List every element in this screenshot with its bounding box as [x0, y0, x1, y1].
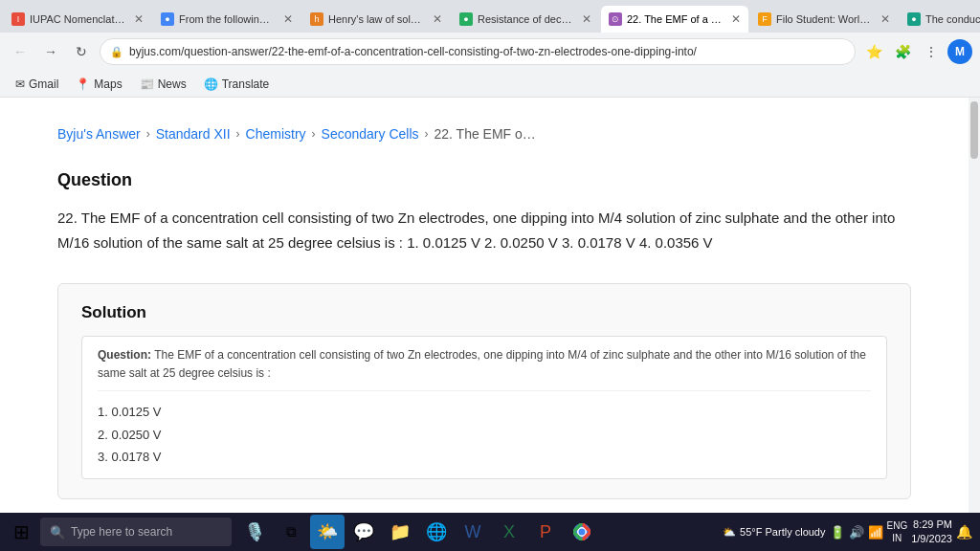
tab-resistance-favicon: ● [459, 12, 473, 26]
solution-option-2: 2. 0.0250 V [98, 424, 871, 446]
settings-button[interactable]: ⋮ [919, 39, 944, 64]
profile-button[interactable]: M [947, 39, 972, 64]
tab-filo-favicon: F [758, 12, 771, 26]
tab-iupac-favicon: I [11, 12, 25, 26]
taskbar-cortana[interactable]: 🎙️ [237, 515, 272, 549]
scrollbar-thumb[interactable] [970, 101, 978, 159]
extensions2-button[interactable]: 🧩 [890, 39, 915, 64]
tab-following-label: From the following c… [179, 13, 275, 25]
bookmarks-bar: ✉Gmail📍Maps📰News🌐Translate [0, 71, 980, 98]
tab-filo-label: Filo Student: World's [776, 13, 872, 25]
tab-conductivity[interactable]: ● The conductivity of s… ✕ [900, 6, 980, 33]
system-tray: 🔋 🔊 📶 [830, 525, 883, 540]
breadcrumb-standard[interactable]: Standard XII [156, 126, 231, 142]
windows-start-button[interactable]: ⊞ [4, 515, 38, 549]
tab-henry-favicon: h [310, 12, 323, 26]
breadcrumb-byjus[interactable]: Byju's Answer [57, 126, 141, 142]
breadcrumb-secondary-cells[interactable]: Secondary Cells [322, 126, 419, 142]
taskbar-search[interactable]: 🔍 [40, 518, 232, 546]
battery-icon: 🔋 [830, 525, 845, 540]
tab-henry-label: Henry's law of solubi… [328, 13, 424, 25]
taskbar-search-input[interactable] [71, 525, 222, 539]
tab-iupac[interactable]: I IUPAC Nomenclature ✕ [4, 6, 151, 33]
bm-news[interactable]: 📰News [132, 76, 194, 93]
url-bar[interactable]: 🔒 byjus.com/question-answer/22-the-emf-o… [100, 38, 856, 65]
solution-inner-question: Question: The EMF of a concentration cel… [98, 346, 871, 391]
weather-icon: ⛅ [723, 526, 736, 539]
bm-gmail-label: Gmail [29, 77, 58, 91]
solution-option-3: 3. 0.0178 V [98, 446, 871, 468]
tab-conductivity-label: The conductivity of s… [925, 13, 980, 25]
bm-news-icon: 📰 [140, 77, 154, 91]
page-content: Byju's Answer › Standard XII › Chemistry… [0, 98, 980, 551]
svg-point-2 [579, 529, 586, 536]
tab-following-close[interactable]: ✕ [283, 12, 293, 26]
address-bar: ← → ↻ 🔒 byjus.com/question-answer/22-the… [0, 33, 980, 71]
solution-option-1: 1. 0.0125 V [98, 401, 871, 423]
tab-resistance-close[interactable]: ✕ [582, 12, 591, 26]
taskbar-excel[interactable]: X [492, 515, 526, 549]
extensions-button[interactable]: ⭐ [861, 39, 886, 64]
tab-following-favicon: ● [161, 12, 174, 26]
bm-translate[interactable]: 🌐Translate [196, 76, 278, 93]
tab-filo-close[interactable]: ✕ [880, 12, 890, 26]
taskbar-chat[interactable]: 💬 [346, 515, 381, 549]
lock-icon: 🔒 [110, 46, 123, 58]
taskbar-icon-group: 🎙️ ⧉ 🌤️ 💬 📁 🌐 W X P [237, 515, 599, 549]
tab-bar: I IUPAC Nomenclature ✕ ● From the follow… [0, 0, 980, 33]
scrollbar[interactable] [969, 98, 980, 551]
taskbar: ⊞ 🔍 🎙️ ⧉ 🌤️ 💬 📁 🌐 W X P ⛅ 55°F Partly cl… [0, 513, 980, 551]
solution-question-content: The EMF of a concentration cell consisti… [98, 348, 866, 380]
forward-button[interactable]: → [38, 39, 63, 64]
bm-maps[interactable]: 📍Maps [68, 76, 129, 93]
address-bar-actions: ⭐ 🧩 ⋮ M [861, 39, 972, 64]
solution-box: Solution Question: The EMF of a concentr… [57, 283, 911, 499]
clock-date: 1/9/2023 [911, 532, 952, 546]
language-badge[interactable]: ENGIN [887, 519, 908, 544]
question-bold-prefix: Question: [98, 348, 151, 362]
tab-following[interactable]: ● From the following c… ✕ [153, 6, 301, 33]
question-text: 22. The EMF of a concentration cell cons… [57, 206, 911, 254]
breadcrumb-sep-4: › [425, 127, 429, 141]
bm-translate-icon: 🌐 [204, 77, 218, 91]
bm-gmail[interactable]: ✉Gmail [8, 76, 66, 93]
solution-options: 1. 0.0125 V2. 0.0250 V3. 0.0178 V [98, 401, 871, 468]
url-text: byjus.com/question-answer/22-the-emf-of-… [129, 45, 845, 58]
solution-inner: Question: The EMF of a concentration cel… [81, 336, 887, 479]
bm-news-label: News [158, 77, 187, 91]
tab-resistance[interactable]: ● Resistance of decimo… ✕ [452, 6, 599, 33]
bm-maps-label: Maps [94, 77, 122, 91]
notification-icon[interactable]: 🔔 [956, 524, 972, 540]
breadcrumb-chemistry[interactable]: Chemistry [246, 126, 306, 142]
tab-emf[interactable]: ⊙ 22. The EMF of a con… ✕ [601, 6, 748, 33]
breadcrumb-current: 22. The EMF o… [434, 126, 536, 142]
bm-maps-icon: 📍 [76, 77, 90, 91]
back-button[interactable]: ← [8, 39, 33, 64]
tab-conductivity-favicon: ● [907, 12, 921, 26]
tab-henry-close[interactable]: ✕ [433, 12, 442, 26]
tab-emf-label: 22. The EMF of a con… [627, 13, 723, 25]
breadcrumb-sep-3: › [312, 127, 316, 141]
tab-henry[interactable]: h Henry's law of solubi… ✕ [302, 6, 450, 33]
breadcrumb: Byju's Answer › Standard XII › Chemistry… [57, 98, 911, 161]
tab-emf-close[interactable]: ✕ [731, 12, 741, 26]
weather-widget[interactable]: ⛅ 55°F Partly cloudy [723, 526, 825, 539]
volume-icon: 🔊 [849, 525, 864, 540]
tab-iupac-close[interactable]: ✕ [134, 12, 144, 26]
taskbar-edge[interactable]: 🌐 [419, 515, 454, 549]
taskbar-chrome[interactable] [565, 515, 599, 549]
taskbar-task-view[interactable]: ⧉ [274, 515, 308, 549]
tab-filo[interactable]: F Filo Student: World's ✕ [750, 6, 898, 33]
taskbar-powerpoint[interactable]: P [528, 515, 563, 549]
system-clock[interactable]: 8:29 PM 1/9/2023 [911, 518, 952, 547]
taskbar-word[interactable]: W [456, 515, 490, 549]
reload-button[interactable]: ↻ [69, 39, 94, 64]
tab-resistance-label: Resistance of decimo… [478, 13, 573, 25]
bm-translate-label: Translate [222, 77, 270, 91]
taskbar-right: ⛅ 55°F Partly cloudy 🔋 🔊 📶 ENGIN 8:29 PM… [723, 518, 976, 547]
taskbar-widgets[interactable]: 🌤️ [310, 515, 345, 549]
bm-gmail-icon: ✉ [15, 77, 25, 91]
browser-chrome: I IUPAC Nomenclature ✕ ● From the follow… [0, 0, 980, 98]
taskbar-explorer[interactable]: 📁 [383, 515, 417, 549]
tab-emf-favicon: ⊙ [609, 12, 622, 26]
